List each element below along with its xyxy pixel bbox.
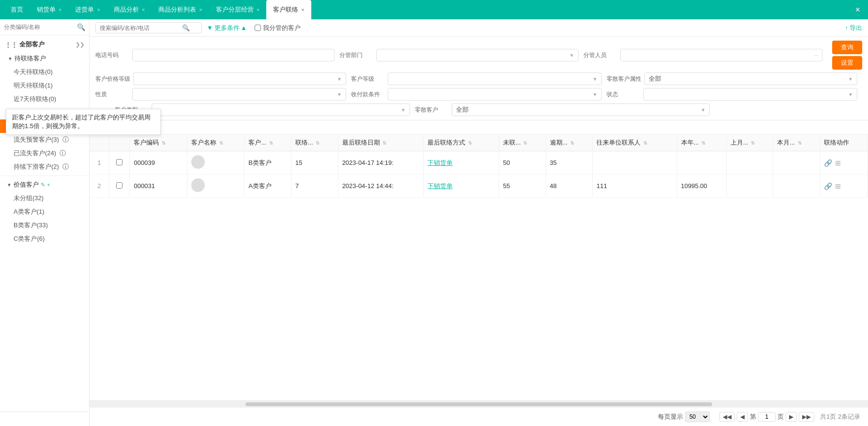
- payment-select[interactable]: ▼: [388, 88, 602, 101]
- filter-scatter-attr: 零散客户属性 全部 ▼: [607, 73, 857, 85]
- last-method-link[interactable]: 下销货单: [427, 182, 453, 190]
- manager-select[interactable]: ···: [620, 49, 822, 61]
- sidebar-item-lost[interactable]: 已流失客户(24) ⓘ: [0, 147, 89, 160]
- last-page-button[interactable]: ▶▶: [799, 412, 814, 422]
- edit-icon[interactable]: ✎: [41, 182, 45, 188]
- row-checkbox[interactable]: [116, 182, 122, 189]
- filter-search-input[interactable]: [100, 25, 182, 31]
- grid-action-icon[interactable]: ⊞: [835, 159, 841, 167]
- close-product-list-tab[interactable]: ×: [199, 7, 202, 13]
- grid-action-icon[interactable]: ⊞: [835, 182, 841, 190]
- col-grade: 客户... ⇅: [244, 134, 291, 151]
- sidebar-item-lost-warning[interactable]: 流失预警客户(3) ⓘ: [0, 133, 89, 147]
- table-row: 1 000039 B类客户 15 2023-04-17 14:19: 下销货单 …: [90, 151, 868, 175]
- filter-buttons: 查询 设置: [832, 41, 862, 70]
- close-product-analysis-tab[interactable]: ×: [142, 7, 145, 13]
- status-select[interactable]: ▼: [643, 88, 857, 101]
- close-customer-tier-tab[interactable]: ×: [257, 7, 259, 13]
- link-action-icon[interactable]: 🔗: [824, 159, 832, 167]
- close-sales-tab[interactable]: ×: [59, 7, 61, 13]
- filter-row-2: 客户价格等级 ▼ 客户等级 ▼ 零散客户属性 全部: [95, 73, 862, 85]
- first-page-button[interactable]: ◀◀: [719, 412, 735, 422]
- sidebar-pending-group[interactable]: ▼ 待联络客户: [0, 52, 89, 65]
- sort-pending-icon[interactable]: ⇅: [523, 140, 527, 146]
- sort-contact-icon[interactable]: ⇅: [316, 140, 320, 146]
- link-action-icon[interactable]: 🔗: [824, 182, 832, 190]
- sort-unit-contact-icon[interactable]: ⇅: [643, 140, 647, 146]
- nav-item-product-list[interactable]: 商品分析列表 ×: [152, 0, 209, 19]
- sort-year-icon[interactable]: ⇅: [701, 140, 705, 146]
- nav-item-product-analysis[interactable]: 商品分析 ×: [107, 0, 152, 19]
- my-customer-checkbox[interactable]: 我分管的客户: [255, 24, 301, 32]
- sort-last-month-icon[interactable]: ⇅: [751, 140, 755, 146]
- customer-grade-select[interactable]: ▼: [388, 73, 602, 85]
- filter-nature: 性质 ▼: [95, 88, 346, 101]
- phone-input[interactable]: [132, 49, 335, 61]
- filter-search-icon[interactable]: 🔍: [182, 24, 190, 31]
- close-purchase-tab[interactable]: ×: [97, 7, 100, 13]
- cell-checkbox[interactable]: [109, 175, 130, 198]
- query-button[interactable]: 查询: [832, 41, 862, 54]
- sort-name-icon[interactable]: ⇅: [219, 140, 223, 146]
- sort-grade-icon[interactable]: ⇅: [269, 140, 273, 146]
- table-horizontal-scrollbar[interactable]: [90, 400, 868, 407]
- cell-name: [187, 175, 244, 198]
- table-scroll-container[interactable]: 客户编码 ⇅ 客户名称 ⇅ 客户... ⇅: [90, 134, 868, 400]
- setting-button[interactable]: 设置: [832, 56, 862, 70]
- nav-item-purchase[interactable]: 进货单 ×: [68, 0, 107, 19]
- nav-item-home[interactable]: 首页: [4, 0, 30, 19]
- sort-code-icon[interactable]: ⇅: [162, 140, 166, 146]
- prev-page-button[interactable]: ◀: [737, 412, 748, 422]
- add-icon[interactable]: +: [47, 182, 50, 188]
- sidebar-item-class-a[interactable]: A类客户(1): [0, 205, 89, 219]
- price-grade-select[interactable]: ▼: [133, 73, 346, 85]
- all-customers-icon: ⋮⋮: [5, 41, 17, 48]
- sidebar-item-class-b[interactable]: B类客户(33): [0, 219, 89, 232]
- close-customer-contact-tab[interactable]: ×: [301, 7, 304, 13]
- cell-contact: 7: [291, 175, 338, 198]
- nav-item-customer-tier[interactable]: 客户分层经营 ×: [209, 0, 266, 19]
- cell-year: 10995.00: [677, 175, 726, 198]
- cell-checkbox[interactable]: [109, 151, 130, 175]
- nature-select[interactable]: ▼: [132, 88, 346, 101]
- filter-scatter-customer: 零散客户 全部 ▼: [415, 103, 710, 116]
- expand-triangle-icon: ▼: [8, 56, 13, 61]
- per-page-select[interactable]: 50 100 200: [685, 411, 710, 422]
- sidebar-value-group[interactable]: ▼ 价值客户 ✎ +: [0, 178, 89, 191]
- cell-code: 000039: [130, 151, 187, 175]
- col-index: [90, 134, 109, 151]
- sidebar-item-declining[interactable]: 持续下滑客户(2) ⓘ: [0, 160, 89, 174]
- row-checkbox[interactable]: [116, 159, 122, 165]
- scatter-customer-chevron-down-icon: ▼: [700, 107, 705, 113]
- collapse-icon[interactable]: ❯❯: [76, 42, 84, 48]
- nav-item-customer-contact[interactable]: 客户联络 ×: [266, 0, 311, 19]
- dept-select[interactable]: ▼: [376, 49, 579, 61]
- export-button[interactable]: ↑ 导出: [845, 24, 863, 32]
- window-close-button[interactable]: ×: [851, 5, 864, 15]
- last-method-link[interactable]: 下销货单: [427, 159, 453, 166]
- manager-dots-icon: ···: [814, 53, 818, 58]
- sort-overdue-icon[interactable]: ⇅: [570, 140, 574, 146]
- page-number-input[interactable]: [758, 412, 776, 422]
- nav-item-sales[interactable]: 销货单 ×: [30, 0, 68, 19]
- more-conditions-button[interactable]: ▼ 更多条件 ▲: [207, 24, 247, 32]
- sidebar-item-class-c[interactable]: C类客户(6): [0, 232, 89, 246]
- sidebar-search-icon[interactable]: 🔍: [77, 23, 85, 31]
- customer-type-select[interactable]: ▼: [152, 103, 410, 116]
- sidebar-all-customers[interactable]: ⋮⋮ 全部客户 ❯❯: [0, 37, 89, 52]
- value-group-triangle-icon: ▼: [7, 182, 12, 188]
- scrollbar-thumb[interactable]: [245, 402, 713, 406]
- scatter-attr-select[interactable]: 全部 ▼: [644, 73, 857, 85]
- cell-last-month: [726, 175, 773, 198]
- sidebar-item-7days[interactable]: 近7天待联络(0): [0, 92, 89, 106]
- sort-this-month-icon[interactable]: ⇅: [798, 140, 802, 146]
- sort-last-method-icon[interactable]: ⇅: [468, 140, 472, 146]
- sidebar-search-input[interactable]: [4, 24, 77, 30]
- sidebar-item-tomorrow[interactable]: 明天待联络(1): [0, 79, 89, 92]
- my-customer-check[interactable]: [255, 25, 261, 31]
- next-page-button[interactable]: ▶: [786, 412, 797, 422]
- scatter-customer-select[interactable]: 全部 ▼: [452, 103, 710, 116]
- sidebar-item-ungrouped[interactable]: 未分组(32): [0, 191, 89, 205]
- sidebar-item-today[interactable]: 今天待联络(0): [0, 65, 89, 79]
- sort-last-date-icon[interactable]: ⇅: [382, 140, 386, 146]
